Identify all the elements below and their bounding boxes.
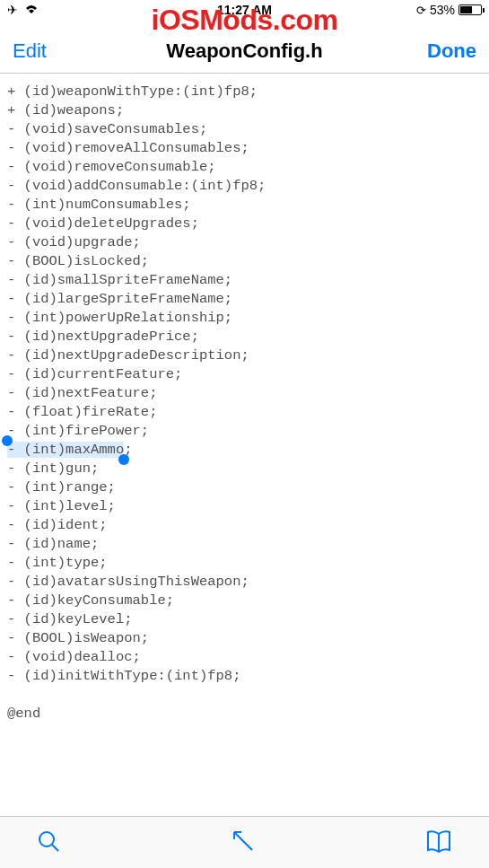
watermark: iOSMods.com bbox=[152, 4, 338, 37]
code-line[interactable]: - (void)deleteUpgrades; bbox=[7, 215, 482, 233]
code-line[interactable]: + (id)weapons; bbox=[7, 101, 482, 120]
battery-percent: 53% bbox=[430, 3, 455, 17]
code-line[interactable]: - (id)nextFeature; bbox=[7, 384, 482, 403]
code-line[interactable]: - (id)initWithType:(int)fp8; bbox=[7, 667, 482, 686]
svg-line-1 bbox=[52, 845, 58, 851]
code-line[interactable]: - (id)keyConsumable; bbox=[7, 592, 482, 610]
code-line[interactable]: - (id)smallSpriteFrameName; bbox=[7, 271, 482, 290]
code-line[interactable]: - (BOOL)isWeapon; bbox=[7, 629, 482, 648]
code-line[interactable]: - (void)dealloc; bbox=[7, 648, 482, 667]
resize-icon[interactable] bbox=[229, 827, 258, 859]
code-line[interactable]: - (void)addConsumable:(int)fp8; bbox=[7, 177, 482, 196]
code-line[interactable]: - (void)removeAllConsumables; bbox=[7, 139, 482, 158]
code-line[interactable]: - (int)type; bbox=[7, 554, 482, 573]
lock-rotation-icon: ⟳ bbox=[416, 4, 426, 17]
code-end: @end bbox=[7, 705, 482, 723]
status-left: ✈ bbox=[7, 3, 39, 17]
wifi-icon bbox=[23, 3, 39, 17]
code-line[interactable]: - (float)fireRate; bbox=[7, 403, 482, 422]
toolbar bbox=[0, 816, 489, 868]
code-line[interactable]: - (id)nextUpgradeDescription; bbox=[7, 346, 482, 365]
code-area[interactable]: + (id)weaponWithType:(int)fp8;+ (id)weap… bbox=[0, 74, 489, 801]
code-line[interactable]: - (int)gun; bbox=[7, 460, 482, 478]
done-button[interactable]: Done bbox=[427, 39, 476, 63]
code-line[interactable]: + (id)weaponWithType:(int)fp8; bbox=[7, 83, 482, 101]
code-line[interactable]: - (id)name; bbox=[7, 535, 482, 554]
battery-icon bbox=[458, 4, 482, 15]
code-line[interactable]: - (id)largeSpriteFrameName; bbox=[7, 290, 482, 309]
code-line[interactable]: - (id)avatarsUsingThisWeapon; bbox=[7, 573, 482, 592]
code-line[interactable]: - (int)level; bbox=[7, 497, 482, 516]
page-title: WeaponConfig.h bbox=[166, 39, 322, 63]
edit-button[interactable]: Edit bbox=[13, 39, 47, 63]
code-line[interactable]: - (int)maxAmmo; bbox=[7, 441, 482, 460]
book-icon[interactable] bbox=[424, 829, 453, 857]
code-line[interactable]: - (id)ident; bbox=[7, 516, 482, 535]
svg-point-0 bbox=[39, 832, 54, 846]
code-line[interactable]: - (void)removeConsumable; bbox=[7, 158, 482, 177]
code-line[interactable]: - (id)currentFeature; bbox=[7, 365, 482, 384]
code-line[interactable]: - (int)powerUpRelationship; bbox=[7, 309, 482, 328]
code-line[interactable]: - (id)nextUpgradePrice; bbox=[7, 328, 482, 346]
code-line[interactable]: - (int)numConsumables; bbox=[7, 196, 482, 215]
code-line[interactable]: - (int)range; bbox=[7, 478, 482, 497]
search-icon[interactable] bbox=[36, 829, 61, 857]
code-line[interactable]: - (int)firePower; bbox=[7, 422, 482, 441]
code-line[interactable]: - (void)saveConsumables; bbox=[7, 120, 482, 139]
code-line[interactable]: - (BOOL)isLocked; bbox=[7, 252, 482, 271]
code-line[interactable]: - (void)upgrade; bbox=[7, 233, 482, 252]
status-right: ⟳ 53% bbox=[416, 3, 482, 17]
code-line[interactable]: - (id)keyLevel; bbox=[7, 610, 482, 629]
airplane-icon: ✈ bbox=[7, 3, 18, 17]
